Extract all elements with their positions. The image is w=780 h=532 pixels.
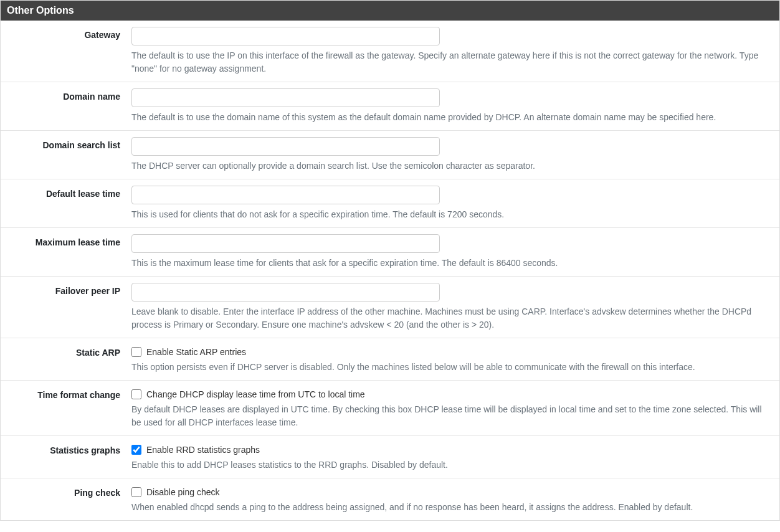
gateway-help: The default is to use the IP on this int…	[131, 49, 767, 75]
statistics-graphs-help: Enable this to add DHCP leases statistic…	[131, 458, 767, 472]
time-format-change-row: Time format change Change DHCP display l…	[1, 381, 779, 436]
statistics-graphs-label: Statistics graphs	[7, 442, 131, 472]
failover-peer-ip-help: Leave blank to disable. Enter the interf…	[131, 305, 767, 331]
maximum-lease-time-help: This is the maximum lease time for clien…	[131, 257, 767, 270]
time-format-change-help: By default DHCP leases are displayed in …	[131, 403, 767, 429]
default-lease-time-label: Default lease time	[7, 186, 131, 221]
maximum-lease-time-label: Maximum lease time	[7, 234, 131, 270]
domain-search-list-input[interactable]	[131, 137, 440, 156]
default-lease-time-help: This is used for clients that do not ask…	[131, 208, 767, 221]
time-format-change-label: Time format change	[7, 387, 131, 429]
gateway-row: Gateway The default is to use the IP on …	[1, 21, 779, 82]
ping-check-checkbox-label: Disable ping check	[146, 487, 220, 497]
default-lease-time-input[interactable]	[131, 186, 440, 204]
ping-check-label: Ping check	[7, 485, 131, 514]
ping-check-checkbox[interactable]	[131, 487, 141, 497]
domain-name-input[interactable]	[131, 88, 440, 107]
domain-search-list-label: Domain search list	[7, 137, 131, 173]
maximum-lease-time-row: Maximum lease time This is the maximum l…	[1, 228, 779, 277]
gateway-input[interactable]	[131, 27, 440, 45]
static-arp-checkbox-label: Enable Static ARP entries	[146, 347, 246, 357]
domain-name-help: The default is to use the domain name of…	[131, 111, 767, 124]
other-options-panel: Other Options Gateway The default is to …	[0, 0, 780, 521]
time-format-change-checkbox-label: Change DHCP display lease time from UTC …	[146, 389, 365, 399]
time-format-change-checkbox[interactable]	[131, 389, 141, 399]
failover-peer-ip-label: Failover peer IP	[7, 283, 131, 331]
statistics-graphs-checkbox-label: Enable RRD statistics graphs	[146, 445, 260, 455]
ping-check-help: When enabled dhcpd sends a ping to the a…	[131, 501, 767, 514]
domain-name-row: Domain name The default is to use the do…	[1, 82, 779, 131]
maximum-lease-time-input[interactable]	[131, 234, 440, 253]
domain-search-list-row: Domain search list The DHCP server can o…	[1, 131, 779, 179]
failover-peer-ip-row: Failover peer IP Leave blank to disable.…	[1, 277, 779, 338]
domain-name-label: Domain name	[7, 88, 131, 124]
static-arp-row: Static ARP Enable Static ARP entries Thi…	[1, 338, 779, 381]
statistics-graphs-row: Statistics graphs Enable RRD statistics …	[1, 436, 779, 478]
panel-title: Other Options	[1, 1, 779, 21]
domain-search-list-help: The DHCP server can optionally provide a…	[131, 159, 767, 173]
static-arp-checkbox[interactable]	[131, 347, 141, 357]
failover-peer-ip-input[interactable]	[131, 283, 440, 302]
statistics-graphs-checkbox[interactable]	[131, 445, 141, 455]
static-arp-label: Static ARP	[7, 344, 131, 374]
ping-check-row: Ping check Disable ping check When enabl…	[1, 478, 779, 520]
default-lease-time-row: Default lease time This is used for clie…	[1, 179, 779, 228]
gateway-label: Gateway	[7, 27, 131, 75]
static-arp-help: This option persists even if DHCP server…	[131, 361, 767, 374]
